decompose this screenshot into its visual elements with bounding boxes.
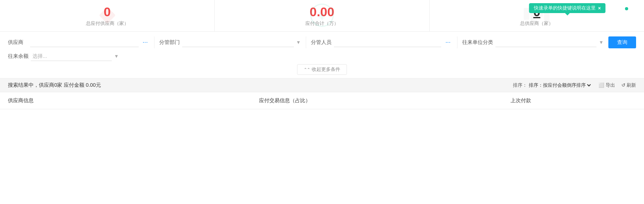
balance-chevron[interactable]: ▼ xyxy=(114,53,119,59)
vendor-dots[interactable]: ··· xyxy=(141,39,149,46)
export-button[interactable]: ⬜ 导出 xyxy=(598,82,615,89)
export-icon: ⬜ xyxy=(598,82,604,88)
refresh-button[interactable]: ↺ 刷新 xyxy=(621,82,636,89)
tooltip-text: 快速录单的快捷键说明在这里 xyxy=(534,5,596,11)
vendors-count: 搜索结果中，供应商0家 xyxy=(8,82,62,88)
result-actions: 排序： 排序：按应付会额倒序排序 ⬜ 导出 ↺ 刷新 xyxy=(513,82,636,89)
sort-label: 排序： 排序：按应付会额倒序排序 xyxy=(513,82,592,89)
vendor-filter: 供应商 ··· xyxy=(8,38,149,47)
divider-2 xyxy=(306,36,306,48)
filter-bar: 供应商 ··· 分管部门 ▼ 分管人员 ··· 往来单位分类 ▼ 查询 xyxy=(0,32,644,78)
person-dots[interactable]: ··· xyxy=(444,39,452,46)
person-input[interactable] xyxy=(334,38,442,47)
filter-row-2: 往来余额 选择... ▼ xyxy=(8,51,636,61)
col-vendor-info: 供应商信息 xyxy=(8,97,259,104)
balance-label: 往来余额 xyxy=(8,53,29,60)
col-trans-info: 应付交易信息（占比） xyxy=(259,97,510,104)
vendor-input[interactable] xyxy=(30,38,139,47)
col-last-payment: 上次付款 xyxy=(511,97,636,104)
collapse-button[interactable]: ⌃⌃ 收起更多条件 xyxy=(297,64,347,75)
unit-class-label: 往来单位分类 xyxy=(462,39,493,46)
svg-rect-0 xyxy=(99,7,115,23)
unit-class-chevron[interactable]: ▼ xyxy=(599,40,604,45)
result-info: 搜索结果中，供应商0家 应付金额 0.00元 xyxy=(8,82,101,89)
person-filter: 分管人员 ··· xyxy=(311,38,452,47)
sort-select[interactable]: 排序：按应付会额倒序排序 xyxy=(527,82,592,88)
stat-total-payable-vendors: 0 总应付供应商（家） xyxy=(0,0,215,31)
svg-text:¥: ¥ xyxy=(318,10,325,22)
stat-total-vendors: 快速录单的快捷键说明在这里 × 0 总供应商（家） xyxy=(430,0,644,31)
tooltip-close[interactable]: × xyxy=(598,6,601,11)
vendor-label: 供应商 xyxy=(8,39,28,46)
result-bar: 搜索结果中，供应商0家 应付金额 0.00元 排序： 排序：按应付会额倒序排序 … xyxy=(0,78,644,92)
export-label: 导出 xyxy=(606,82,615,89)
dept-chevron[interactable]: ▼ xyxy=(296,40,301,45)
collapse-row: ⌃⌃ 收起更多条件 xyxy=(8,64,636,75)
table-body xyxy=(0,109,644,189)
person-label: 分管人员 xyxy=(311,39,332,46)
divider-3 xyxy=(457,36,457,48)
collapse-label: 收起更多条件 xyxy=(312,66,340,73)
table-header: 供应商信息 应付交易信息（占比） 上次付款 xyxy=(0,92,644,109)
shortcut-tooltip[interactable]: 快速录单的快捷键说明在这里 × xyxy=(529,3,606,13)
query-button[interactable]: 查询 xyxy=(608,36,636,48)
stat-payable-total: ¥ 0.00 应付合计（万） xyxy=(215,0,429,31)
filter-row-1: 供应商 ··· 分管部门 ▼ 分管人员 ··· 往来单位分类 ▼ 查询 xyxy=(8,36,636,48)
unit-class-input[interactable] xyxy=(495,38,596,47)
dept-input[interactable] xyxy=(182,38,293,47)
refresh-icon: ↺ xyxy=(621,82,625,88)
dept-label: 分管部门 xyxy=(159,39,180,46)
balance-select[interactable]: 选择... xyxy=(31,51,112,61)
refresh-label: 刷新 xyxy=(627,82,636,89)
stats-bar: 0 总应付供应商（家） ¥ 0.00 应付合计（万） 快速录单的快捷键说明在这里… xyxy=(0,0,644,32)
collapse-up-icon: ⌃⌃ xyxy=(304,67,310,72)
amount-label: 应付金额 0.00元 xyxy=(64,82,101,88)
balance-filter: 往来余额 选择... ▼ xyxy=(8,51,119,61)
unit-class-filter: 往来单位分类 ▼ xyxy=(462,38,604,47)
dept-filter: 分管部门 ▼ xyxy=(159,38,301,47)
tooltip-dot xyxy=(625,7,628,10)
divider-1 xyxy=(154,36,154,48)
